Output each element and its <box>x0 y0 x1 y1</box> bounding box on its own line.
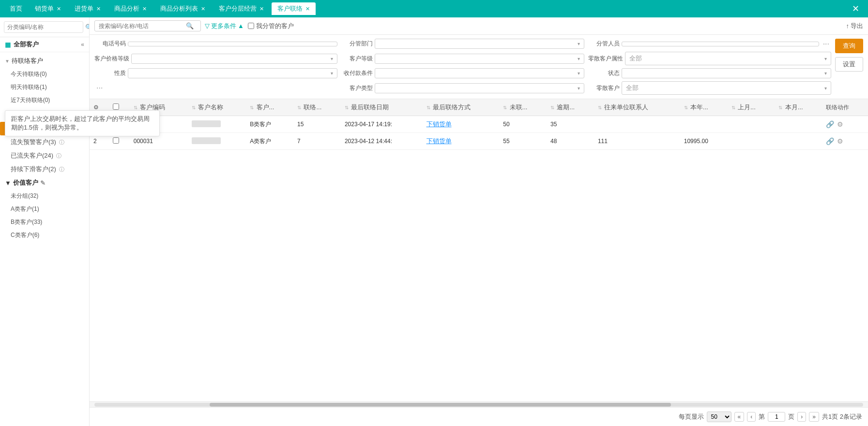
row1-more-icon[interactable]: ⚙ <box>837 120 843 128</box>
waiting-contact-title[interactable]: ▼ 待联络客户 <box>0 54 89 68</box>
sidebar-item-7days[interactable]: 近7天待联络(0) <box>0 94 89 107</box>
horizontal-scrollbar[interactable] <box>90 401 868 407</box>
filter-price-level-select[interactable]: ▾ <box>131 54 337 64</box>
sort-icon-contact-count: ⇅ <box>297 105 301 110</box>
filter-dept-select[interactable]: ▾ <box>375 39 584 49</box>
nav-tab-customer-tier[interactable]: 客户分层经营 ✕ <box>213 2 270 15</box>
nav-tab-product-list[interactable]: 商品分析列表 ✕ <box>154 2 211 15</box>
filter-retail-attr-select[interactable]: 全部 ▾ <box>625 52 831 65</box>
filter-payment-select[interactable]: ▾ <box>375 68 584 78</box>
col-overdue[interactable]: ⇅ 逾期... <box>547 99 594 116</box>
sidebar-search-icon[interactable]: 🔍 <box>85 24 90 31</box>
filter-row-4: ··· 客户类型 ▾ 零散客户 全部 <box>94 81 831 95</box>
nav-tab-sales[interactable]: 销货单 ✕ <box>29 2 67 15</box>
nav-tab-purchase[interactable]: 进货单 ✕ <box>69 2 107 15</box>
col-last-method[interactable]: ⇅ 最后联络方式 <box>423 99 500 116</box>
filter-dept-label: 分管部门 <box>341 40 373 48</box>
nav-tab-sales-close[interactable]: ✕ <box>57 6 61 12</box>
scroll-thumb[interactable] <box>210 403 671 407</box>
current-page-input[interactable] <box>768 412 785 422</box>
my-customers-filter[interactable]: 我分管的客户 <box>248 22 294 30</box>
continuous-down-icon[interactable]: ⓘ <box>59 166 64 172</box>
filter-retail-cust-select[interactable]: 全部 ▾ <box>622 81 831 95</box>
col-this-year[interactable]: ⇅ 本年... <box>680 99 728 116</box>
table-row: 2 000031 A类客户 7 2023-04-12 14:44: 下销货单 5… <box>90 133 868 150</box>
row2-last-method[interactable]: 下销货单 <box>423 133 500 150</box>
filter-manager-select[interactable] <box>622 42 819 46</box>
filter-retail-attr: 零散客户属性 全部 ▾ <box>588 52 831 65</box>
filter-row-2: 客户价格等级 ▾ 客户等级 ▾ <box>94 52 831 65</box>
window-close-button[interactable]: ✕ <box>848 3 863 14</box>
sidebar-item-c-class[interactable]: C类客户(6) <box>0 229 89 242</box>
per-page-select[interactable]: 50 20 100 <box>707 411 731 422</box>
last-page-button[interactable]: » <box>809 412 819 422</box>
col-name[interactable]: ⇅ 客户名称 <box>188 99 246 116</box>
sidebar-item-tomorrow[interactable]: 明天待联络(1) <box>0 81 89 94</box>
filter-phone-input[interactable] <box>128 42 337 46</box>
select-all-checkbox[interactable] <box>113 103 119 110</box>
filter-price-level-label: 客户价格等级 <box>94 55 129 63</box>
row1-last-method[interactable]: 下销货单 <box>423 116 500 133</box>
sidebar-search-input[interactable] <box>4 21 83 33</box>
filter-row4-dots[interactable]: ··· <box>96 84 103 92</box>
value-customers-group[interactable]: ▼ 价值客户 ✎ <box>0 176 89 190</box>
sidebar-item-a-class[interactable]: A类客户(1) <box>0 203 89 216</box>
col-contact-person[interactable]: ⇅ 往来单位联系人 <box>594 99 680 116</box>
filter-cust-type-select[interactable]: ▾ <box>375 83 584 93</box>
filter-status-select[interactable]: ▾ <box>622 68 831 78</box>
row2-contact-icon[interactable]: 🔗 <box>826 137 834 145</box>
search-button-icon[interactable]: 🔍 <box>186 22 194 29</box>
prev-page-button[interactable]: ‹ <box>747 412 756 422</box>
sidebar-item-ungrouped[interactable]: 未分组(32) <box>0 190 89 203</box>
query-button[interactable]: 查询 <box>835 39 863 53</box>
col-type-label: 客户... <box>257 103 274 111</box>
value-customers-edit-icon[interactable]: ✎ <box>40 179 46 187</box>
col-contact-count[interactable]: ⇅ 联络... <box>293 99 341 116</box>
filter-nature-select[interactable]: ▾ <box>128 68 337 78</box>
next-page-button[interactable]: › <box>797 412 806 422</box>
col-uncontacted[interactable]: ⇅ 未联... <box>499 99 547 116</box>
row2-last-method-link[interactable]: 下销货单 <box>426 137 452 145</box>
filter-manager-dots[interactable]: ··· <box>823 40 829 48</box>
row1-contact-icon[interactable]: 🔗 <box>826 120 834 128</box>
first-page-button[interactable]: « <box>734 412 745 422</box>
nav-home[interactable]: 首页 <box>5 2 27 15</box>
col-type[interactable]: ⇅ 客户... <box>246 99 293 116</box>
sidebar-item-b-class[interactable]: B类客户(33) <box>0 216 89 229</box>
nav-tab-product-analysis-label: 商品分析 <box>114 4 139 13</box>
my-customers-checkbox[interactable] <box>248 23 254 29</box>
sidebar-collapse-button[interactable]: « <box>81 41 84 48</box>
filter-phone-label: 电话号码 <box>94 40 126 48</box>
nav-tab-customer-tier-close[interactable]: ✕ <box>259 6 264 12</box>
row2-select-checkbox[interactable] <box>113 137 119 144</box>
sidebar-item-already-lost[interactable]: 已流失客户(24) ⓘ <box>0 149 89 162</box>
already-lost-icon[interactable]: ⓘ <box>56 153 61 159</box>
sidebar-item-continuous-down[interactable]: 持续下滑客户(2) ⓘ <box>0 162 89 176</box>
sidebar-item-today[interactable]: 今天待联络(0) <box>0 68 89 81</box>
row1-actions: 🔗 ⚙ <box>822 116 868 133</box>
more-conditions-button[interactable]: ▽ 更多条件 ▲ <box>205 22 244 30</box>
nav-tab-product-analysis[interactable]: 商品分析 ✕ <box>108 2 152 15</box>
nav-tab-product-list-close[interactable]: ✕ <box>201 6 205 12</box>
col-last-method-label: 最后联络方式 <box>433 103 471 111</box>
nav-tab-customer-contact-close[interactable]: ✕ <box>305 6 310 12</box>
col-last-month[interactable]: ⇅ 上月... <box>728 99 775 116</box>
top-filter-bar: 🔍 ▽ 更多条件 ▲ 我分管的客户 ↑ 导出 <box>90 17 868 35</box>
filter-cust-level-arrow: ▾ <box>578 56 580 61</box>
sidebar-item-lost-warning[interactable]: 流失预警客户(3) ⓘ <box>0 135 89 149</box>
row1-last-method-link[interactable]: 下销货单 <box>426 120 452 128</box>
nav-tab-product-analysis-close[interactable]: ✕ <box>142 6 147 12</box>
settings-button[interactable]: 设置 <box>835 57 863 72</box>
nav-tab-customer-contact[interactable]: 客户联络 ✕ <box>272 2 316 15</box>
filter-nature-label: 性质 <box>94 69 126 77</box>
col-this-month[interactable]: ⇅ 本月... <box>775 99 822 116</box>
export-button[interactable]: ↑ 导出 <box>846 22 864 30</box>
row2-more-icon[interactable]: ⚙ <box>837 137 843 145</box>
filter-retail-cust-label: 零散客户 <box>588 84 620 92</box>
search-input[interactable] <box>99 23 186 29</box>
filter-cust-level-select[interactable]: ▾ <box>375 54 584 64</box>
lost-warning-icon[interactable]: ⓘ <box>59 139 64 145</box>
col-last-date[interactable]: ⇅ 最后联络日期 <box>341 99 423 116</box>
customer-table: ⚙ ⇅ 客户编码 ⇅ 客户名称 ⇅ 客户... <box>90 99 868 150</box>
nav-tab-purchase-close[interactable]: ✕ <box>96 6 101 12</box>
